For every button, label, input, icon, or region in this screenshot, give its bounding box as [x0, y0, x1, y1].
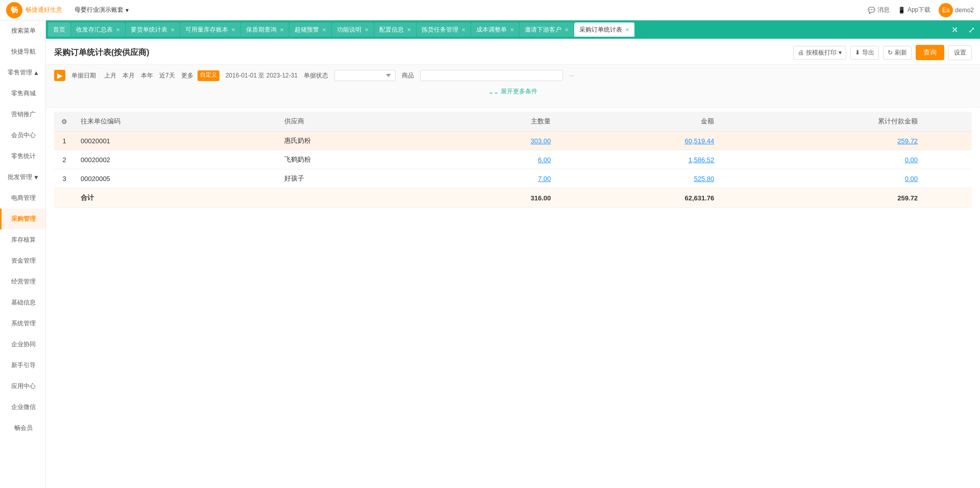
table-row[interactable]: 1 00020001 惠氏奶粉 303.00 60,519.44 259.72	[54, 132, 972, 150]
table-row[interactable]: 3 00020005 好孩子 7.00 525.80 0.00	[54, 169, 972, 188]
tab-purchase-stat-label: 采购订单统计表	[579, 25, 622, 34]
footer-supplier	[278, 188, 430, 208]
sidebar-item-member[interactable]: 会员中心	[0, 125, 45, 146]
row-supplier: 飞鹤奶粉	[278, 150, 430, 169]
goods-more-icon[interactable]: ···	[569, 72, 574, 79]
tab-expiry-close[interactable]: ✕	[280, 27, 284, 33]
filter-toggle-button[interactable]: ▶	[54, 70, 65, 81]
sidebar-item-wholesale[interactable]: 批发管理 ▼	[0, 167, 45, 188]
tab-collect-label: 收发存汇总表	[76, 25, 113, 34]
user-area[interactable]: Ea demo2	[939, 3, 974, 17]
goods-filter-input[interactable]	[420, 70, 563, 81]
sidebar-item-retail[interactable]: 零售管理 ▲	[0, 62, 45, 83]
th-settings[interactable]: ⚙	[54, 112, 75, 132]
row-code: 00020002	[75, 150, 278, 169]
shortcut-last-month[interactable]: 上月	[102, 70, 118, 81]
tab-close-all-button[interactable]: ✕	[948, 24, 961, 36]
date-filter-label: 单据日期	[71, 71, 96, 80]
sidebar-item-purchase[interactable]: 采购管理	[0, 209, 45, 229]
tab-funcdesc-close[interactable]: ✕	[364, 27, 369, 33]
sidebar-item-finance[interactable]: 资金管理	[0, 250, 45, 271]
table-footer-row: 合计 316.00 62,631.76 259.72	[54, 188, 972, 208]
top-bar-right: 💬 消息 📱 App下载 Ea demo2	[868, 3, 974, 17]
tab-bar: 首页 收发存汇总表 ✕ 要货单统计表 ✕ 可用量库存账本 ✕ 保质期查询 ✕ 超…	[46, 20, 980, 39]
shortcut-more[interactable]: 更多	[179, 70, 195, 81]
sidebar-item-vip[interactable]: 畅会员	[0, 418, 45, 439]
sidebar-item-appcenter[interactable]: 应用中心	[0, 376, 45, 397]
tab-pick-task-close[interactable]: ✕	[461, 27, 465, 33]
shortcut-this-month[interactable]: 本月	[120, 70, 137, 81]
sidebar-item-retailstat[interactable]: 零售统计	[0, 146, 45, 167]
footer-label: 合计	[75, 188, 278, 208]
tab-stock-close[interactable]: ✕	[231, 27, 235, 33]
main-layout: 搜索菜单 快捷导航 零售管理 ▲ 零售商城 营销推广 会员中心 零售统计 批发管…	[0, 20, 980, 488]
tab-cost-adj[interactable]: 成本调整单 ✕	[471, 22, 519, 37]
row-paid-link[interactable]: 0.00	[905, 175, 918, 183]
sidebar-item-enterprise[interactable]: 企业协同	[0, 334, 45, 355]
app-download-button[interactable]: 📱 App下载	[898, 6, 930, 14]
expand-conditions-button[interactable]: ⌄⌄ 展开更多条件	[484, 85, 542, 98]
row-amount-link[interactable]: 1,586.52	[689, 156, 715, 164]
row-paid-link[interactable]: 259.72	[897, 137, 918, 145]
tab-overstock[interactable]: 超储预警 ✕	[289, 22, 331, 37]
row-qty-link[interactable]: 6.00	[538, 156, 551, 164]
sidebar-item-mall[interactable]: 零售商城	[0, 83, 45, 104]
row-amount-link[interactable]: 525.80	[694, 175, 715, 183]
workspace-label: 母婴行业演示账套	[75, 6, 124, 14]
tab-stock-label: 可用量库存账本	[185, 25, 228, 34]
sidebar-item-wechat[interactable]: 企业微信	[0, 397, 45, 418]
sidebar-item-system[interactable]: 系统管理	[0, 313, 45, 334]
tab-expiry[interactable]: 保质期查询 ✕	[241, 22, 289, 37]
status-filter-select[interactable]	[334, 70, 396, 81]
tab-stock[interactable]: 可用量库存账本 ✕	[180, 22, 240, 37]
tab-collect[interactable]: 收发存汇总表 ✕	[71, 22, 125, 37]
sidebar-item-inventory[interactable]: 库存核算	[0, 229, 45, 250]
tab-maximize-button[interactable]: ⤢	[965, 24, 978, 36]
query-button[interactable]: 查询	[916, 45, 944, 60]
sidebar-item-basic[interactable]: 基础信息	[0, 292, 45, 313]
tab-home[interactable]: 首页	[48, 22, 70, 37]
row-qty-link[interactable]: 303.00	[531, 137, 551, 145]
tab-config-label: 配置信息	[379, 25, 404, 34]
row-amount: 60,519.44	[557, 132, 720, 150]
row-amount-link[interactable]: 60,519.44	[684, 137, 714, 145]
tab-cost-adj-close[interactable]: ✕	[510, 27, 514, 33]
tab-collect-close[interactable]: ✕	[116, 27, 120, 33]
print-button[interactable]: 🖨 按模板打印 ▾	[793, 46, 846, 60]
tab-purchase-stat[interactable]: 采购订单统计表 ✕	[574, 22, 634, 37]
tab-purchase-stat-close[interactable]: ✕	[625, 27, 629, 33]
row-supplier: 好孩子	[278, 169, 430, 188]
tab-pick-task[interactable]: 拣货任务管理 ✕	[416, 22, 471, 37]
tab-config[interactable]: 配置信息 ✕	[374, 22, 416, 37]
row-amount: 1,586.52	[557, 150, 720, 169]
custom-badge[interactable]: 自定义	[198, 70, 219, 81]
sidebar-item-ecom[interactable]: 电商管理	[0, 188, 45, 209]
sidebar-item-quicknav[interactable]: 快捷导航	[0, 41, 45, 62]
tab-invite-down[interactable]: 邀请下游客户 ✕	[520, 22, 574, 37]
table-row[interactable]: 2 00020002 飞鹤奶粉 6.00 1,586.52 0.00	[54, 150, 972, 169]
tab-funcdesc[interactable]: 功能说明 ✕	[332, 22, 374, 37]
column-settings-icon[interactable]: ⚙	[61, 118, 67, 125]
tab-pick-task-label: 拣货任务管理	[422, 25, 458, 34]
sidebar-item-operations[interactable]: 经营管理	[0, 271, 45, 292]
shortcut-7days[interactable]: 近7天	[157, 70, 177, 81]
message-icon: 💬	[868, 7, 875, 14]
sidebar-item-newguide[interactable]: 新手引导	[0, 355, 45, 376]
export-button[interactable]: ⬇ 导出	[850, 46, 879, 60]
tab-config-close[interactable]: ✕	[407, 27, 411, 33]
page-header: 采购订单统计表(按供应商) 🖨 按模板打印 ▾ ⬇ 导出 ↻ 刷新	[46, 39, 980, 65]
tab-requisition-close[interactable]: ✕	[170, 27, 175, 33]
settings-button[interactable]: 设置	[948, 45, 972, 60]
sidebar-item-marketing[interactable]: 营销推广	[0, 104, 45, 125]
message-button[interactable]: 💬 消息	[868, 6, 890, 14]
tab-overstock-close[interactable]: ✕	[322, 27, 326, 33]
sidebar-item-search[interactable]: 搜索菜单	[0, 20, 45, 41]
tab-invite-down-close[interactable]: ✕	[565, 27, 569, 33]
workspace-selector[interactable]: 母婴行业演示账套 ▾	[75, 6, 129, 14]
filter-row-1: ▶ 单据日期 上月 本月 本年 近7天 更多 自定义 2016-01-01 至 …	[54, 70, 972, 81]
refresh-button[interactable]: ↻ 刷新	[883, 46, 912, 60]
tab-requisition[interactable]: 要货单统计表 ✕	[126, 22, 180, 37]
shortcut-this-year[interactable]: 本年	[139, 70, 155, 81]
row-paid-link[interactable]: 0.00	[905, 156, 918, 164]
row-qty-link[interactable]: 7.00	[538, 175, 551, 183]
